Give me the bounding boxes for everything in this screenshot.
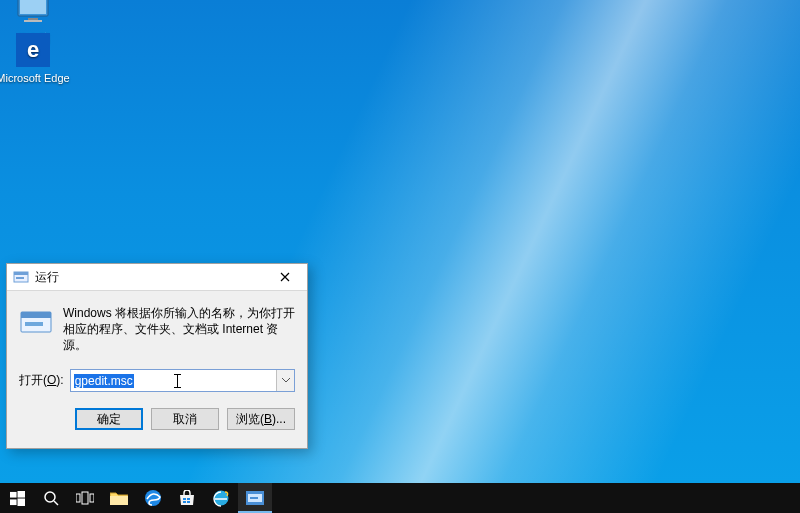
svg-point-14	[45, 492, 55, 502]
open-input[interactable]: gpedit.msc	[71, 370, 276, 391]
svg-rect-2	[28, 18, 38, 20]
taskbar-store[interactable]	[170, 483, 204, 513]
taskbar-edge[interactable]	[136, 483, 170, 513]
ok-button[interactable]: 确定	[75, 408, 143, 430]
open-combobox[interactable]: gpedit.msc	[70, 369, 295, 392]
folder-icon	[110, 491, 128, 505]
store-icon	[178, 490, 196, 506]
svg-rect-1	[20, 0, 46, 14]
this-pc-icon	[13, 0, 53, 30]
svg-rect-8	[21, 312, 51, 318]
svg-rect-6	[16, 277, 24, 279]
svg-rect-10	[10, 491, 17, 497]
svg-line-15	[54, 501, 58, 505]
svg-rect-17	[82, 492, 88, 504]
svg-rect-3	[24, 20, 42, 22]
svg-rect-28	[250, 497, 258, 499]
svg-rect-22	[187, 498, 190, 500]
run-title: 运行	[35, 269, 265, 286]
edge-icon: e	[13, 30, 53, 70]
svg-rect-23	[183, 501, 186, 503]
svg-rect-19	[110, 496, 128, 505]
run-icon	[13, 269, 29, 285]
svg-rect-24	[187, 501, 190, 503]
svg-rect-13	[17, 498, 25, 506]
run-icon	[19, 305, 53, 339]
task-view-icon	[76, 491, 94, 505]
svg-rect-12	[10, 499, 17, 505]
edge-icon	[144, 489, 162, 507]
cancel-button[interactable]: 取消	[151, 408, 219, 430]
run-dialog: 运行 Windows 将根据你所输入的名称，为你打开相应的程序、文件夹、文档或 …	[6, 263, 308, 449]
task-view-button[interactable]	[68, 483, 102, 513]
desktop-icon-label: Microsoft Edge	[0, 72, 70, 85]
desktop-icon-edge[interactable]: e Microsoft Edge	[0, 30, 70, 85]
run-description: Windows 将根据你所输入的名称，为你打开相应的程序、文件夹、文档或 Int…	[63, 305, 295, 353]
search-button[interactable]	[34, 483, 68, 513]
text-cursor-icon	[174, 374, 181, 388]
taskbar-file-explorer[interactable]	[102, 483, 136, 513]
svg-rect-5	[14, 272, 28, 275]
run-titlebar[interactable]: 运行	[7, 264, 307, 291]
taskbar-run[interactable]	[238, 483, 272, 513]
svg-rect-18	[90, 494, 94, 502]
windows-icon	[10, 491, 25, 506]
taskbar-ie[interactable]	[204, 483, 238, 513]
open-label: 打开(O):	[19, 372, 64, 389]
desktop-wallpaper[interactable]: 此电脑 e Microsoft Edge 运行	[0, 0, 800, 483]
svg-rect-21	[183, 498, 186, 500]
taskbar	[0, 483, 800, 513]
search-icon	[43, 490, 59, 506]
ie-icon	[212, 489, 230, 507]
start-button[interactable]	[0, 483, 34, 513]
browse-button[interactable]: 浏览(B)...	[227, 408, 295, 430]
chevron-down-icon[interactable]	[276, 370, 294, 391]
svg-rect-11	[17, 491, 25, 498]
svg-rect-9	[25, 322, 43, 326]
close-button[interactable]	[265, 264, 305, 290]
run-icon	[246, 491, 264, 505]
svg-rect-16	[76, 494, 80, 502]
